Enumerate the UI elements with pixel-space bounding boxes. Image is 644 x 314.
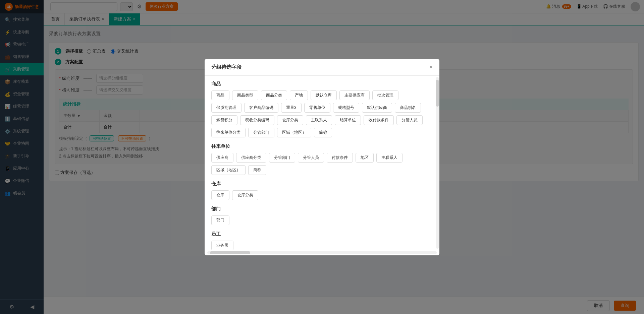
modal-close-button[interactable]: × bbox=[429, 64, 433, 71]
field-tag[interactable]: 默认仓库 bbox=[311, 90, 337, 100]
modal-box: 分组待选字段 × 商品 商品 商品类型 商品分类 产地 默认仓库 主要供应商 批 bbox=[205, 59, 439, 255]
field-tag[interactable]: 区域（地区） bbox=[277, 128, 311, 137]
field-tag[interactable]: 炼货积分 bbox=[211, 115, 237, 125]
field-tag[interactable]: 仓库 bbox=[211, 190, 229, 200]
field-tag[interactable]: 分管人员 bbox=[396, 115, 423, 125]
field-tag[interactable]: 供应商分类 bbox=[236, 153, 266, 163]
field-tag[interactable]: 分管人员 bbox=[298, 153, 324, 163]
field-tag[interactable]: 商品分类 bbox=[261, 90, 287, 100]
field-tag[interactable]: 地区 bbox=[356, 153, 374, 163]
field-tags-employee: 业务员 bbox=[211, 241, 429, 250]
modal-h-scrollbar-thumb bbox=[210, 251, 250, 254]
field-group-department-title: 部门 bbox=[211, 206, 429, 212]
field-tag[interactable]: 分管部门 bbox=[248, 128, 274, 137]
field-tag[interactable]: 简称 bbox=[314, 128, 332, 137]
modal-scrollbar-thumb bbox=[436, 80, 439, 107]
field-tag[interactable]: 付款条件 bbox=[327, 153, 353, 163]
field-tag[interactable]: 主联系人 bbox=[306, 115, 332, 125]
field-group-goods-title: 商品 bbox=[211, 81, 429, 87]
field-tags-warehouse: 仓库 仓库分类 bbox=[211, 190, 429, 200]
field-tag[interactable]: 主要供应商 bbox=[339, 90, 370, 100]
field-group-partner: 往来单位 供应商 供应商分类 分管部门 分管人员 付款条件 地区 主联系人 区域… bbox=[211, 143, 429, 175]
field-group-warehouse-title: 仓库 bbox=[211, 181, 429, 187]
field-tag[interactable]: 供应商 bbox=[211, 153, 233, 163]
field-tags-goods: 商品 商品类型 商品分类 产地 默认仓库 主要供应商 批次管理 保质期管理 客户… bbox=[211, 90, 429, 137]
field-tag[interactable]: 仓库分类 bbox=[277, 115, 303, 125]
field-tag[interactable]: 商品别名 bbox=[395, 103, 421, 113]
field-group-goods: 商品 商品 商品类型 商品分类 产地 默认仓库 主要供应商 批次管理 保质期管理… bbox=[211, 81, 429, 137]
modal-scroll-content[interactable]: 商品 商品 商品类型 商品分类 产地 默认仓库 主要供应商 批次管理 保质期管理… bbox=[205, 76, 435, 250]
field-tag[interactable]: 税收分类编码 bbox=[240, 115, 274, 125]
field-tag[interactable]: 部门 bbox=[211, 215, 229, 225]
modal-scrollbar-track[interactable] bbox=[436, 77, 439, 249]
field-tag[interactable]: 零售单位 bbox=[304, 103, 330, 113]
field-group-employee-title: 员工 bbox=[211, 231, 429, 237]
field-group-warehouse: 仓库 仓库 仓库分类 bbox=[211, 181, 429, 200]
field-tags-department: 部门 bbox=[211, 215, 429, 225]
field-tag[interactable]: 业务员 bbox=[211, 241, 233, 250]
field-tag[interactable]: 主联系人 bbox=[376, 153, 402, 163]
field-group-employee: 员工 业务员 bbox=[211, 231, 429, 250]
field-tag[interactable]: 规格型号 bbox=[333, 103, 359, 113]
field-tag[interactable]: 批次管理 bbox=[372, 90, 398, 100]
field-group-department: 部门 部门 bbox=[211, 206, 429, 225]
field-tag[interactable]: 产地 bbox=[290, 90, 308, 100]
field-tag[interactable]: 分管部门 bbox=[269, 153, 295, 163]
modal-overlay[interactable]: 分组待选字段 × 商品 商品 商品类型 商品分类 产地 默认仓库 主要供应商 批 bbox=[0, 0, 644, 314]
modal-header: 分组待选字段 × bbox=[205, 59, 439, 76]
modal-h-scrollbar[interactable] bbox=[207, 251, 437, 254]
field-tag[interactable]: 重量3 bbox=[281, 103, 302, 113]
field-tag[interactable]: 收付款条件 bbox=[364, 115, 394, 125]
field-tag[interactable]: 保质期管理 bbox=[211, 103, 241, 113]
field-tag[interactable]: 客户商品编码 bbox=[244, 103, 278, 113]
field-tag[interactable]: 往来单位分类 bbox=[211, 128, 246, 137]
field-tag[interactable]: 商品类型 bbox=[232, 90, 258, 100]
field-tag[interactable]: 默认供应商 bbox=[362, 103, 392, 113]
field-tag[interactable]: 结算单位 bbox=[335, 115, 361, 125]
field-tag[interactable]: 区域（地区） bbox=[211, 165, 246, 175]
field-tag[interactable]: 仓库分类 bbox=[232, 190, 258, 200]
field-tags-partner: 供应商 供应商分类 分管部门 分管人员 付款条件 地区 主联系人 区域（地区） … bbox=[211, 153, 429, 175]
modal-title: 分组待选字段 bbox=[211, 64, 241, 70]
field-tag[interactable]: 简称 bbox=[248, 165, 266, 175]
field-group-partner-title: 往来单位 bbox=[211, 143, 429, 149]
field-tag[interactable]: 商品 bbox=[211, 90, 229, 100]
